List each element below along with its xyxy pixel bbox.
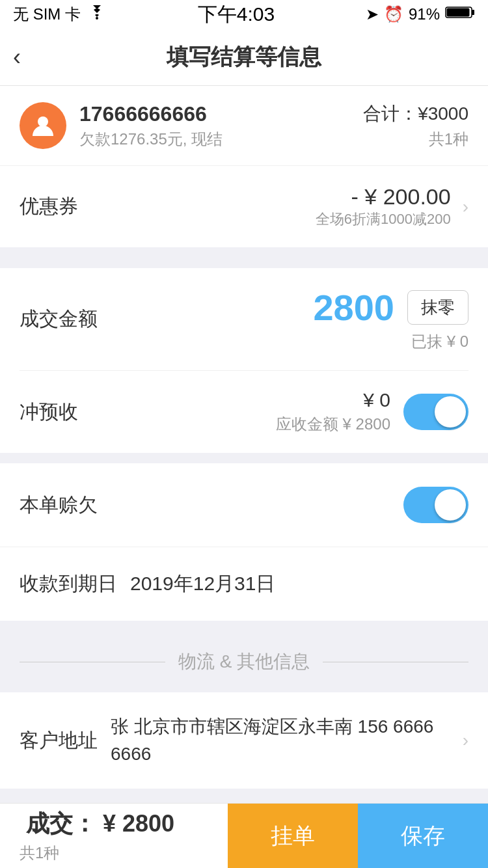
sep-line-right: [323, 662, 468, 662]
prepay-label: 冲预收: [20, 399, 78, 426]
footer-count: 共1种: [20, 843, 208, 863]
address-chevron: ›: [463, 730, 468, 751]
customer-section: 17666666666 欠款1276.35元, 现结 合计：¥3000 共1种 …: [0, 86, 488, 247]
customer-debt: 欠款1276.35元, 现结: [79, 129, 223, 150]
status-right: ➤ ⏰ 91%: [366, 5, 475, 23]
svg-rect-2: [472, 10, 474, 15]
svg-point-0: [96, 17, 98, 20]
location-icon: ➤: [366, 5, 379, 23]
deal-row: 成交金额 2800 抹零 已抹 ¥ 0: [20, 268, 468, 371]
svg-rect-3: [446, 8, 469, 17]
coupon-chevron: ›: [463, 197, 468, 217]
footer: 成交：¥ 2800 共1种 挂单 保存: [0, 803, 488, 868]
status-left: 无 SIM 卡: [13, 4, 107, 25]
prepay-right: ¥ 0 应收金额 ¥ 2800: [276, 389, 468, 435]
divider-1: [0, 258, 488, 268]
coupon-row[interactable]: 优惠券 - ¥ 200.00 全场6折满1000减200 ›: [0, 165, 488, 247]
sim-signal: 无 SIM 卡: [13, 4, 81, 25]
prepay-row: 冲预收 ¥ 0 应收金额 ¥ 2800: [20, 371, 468, 453]
footer-info: 成交：¥ 2800 共1种: [0, 804, 228, 868]
total-count: 共1种: [363, 129, 468, 150]
prepay-sub: 应收金额 ¥ 2800: [276, 414, 390, 435]
coupon-label: 优惠券: [20, 193, 78, 220]
address-label: 客户地址: [20, 727, 98, 754]
credit-label: 本单赊欠: [20, 492, 98, 519]
duedate-row: 收款到期日 2019年12月31日: [20, 547, 468, 621]
prepay-amount: ¥ 0: [276, 389, 390, 411]
customer-phone: 17666666666: [79, 102, 223, 126]
deal-label: 成交金额: [20, 306, 98, 332]
footer-deal: 成交：¥ 2800: [20, 808, 208, 840]
alarm-icon: ⏰: [384, 5, 403, 23]
battery-icon: [445, 5, 475, 23]
address-value: 张 北京市市辖区海淀区永丰南 156 6666 6666: [111, 713, 457, 768]
duedate-label: 收款到期日: [20, 571, 117, 597]
customer-right: 合计：¥3000 共1种: [363, 102, 468, 150]
customer-row: 17666666666 欠款1276.35元, 现结 合计：¥3000 共1种: [0, 86, 488, 165]
total-amount: 合计：¥3000: [363, 102, 468, 126]
address-section: 客户地址 张 北京市市辖区海淀区永丰南 156 6666 6666 ›: [0, 692, 488, 789]
wifi-icon: [87, 5, 107, 23]
customer-left: 17666666666 欠款1276.35元, 现结: [20, 102, 223, 150]
footer-deal-label: 成交：: [26, 810, 96, 837]
duedate-section: 收款到期日 2019年12月31日: [0, 547, 488, 621]
battery-percent: 91%: [409, 5, 440, 23]
save-button[interactable]: 保存: [358, 804, 488, 868]
deal-amount-row: 2800 抹零: [313, 286, 468, 329]
deal-sub: 已抹 ¥ 0: [411, 331, 468, 352]
deal-amount: 2800: [313, 286, 394, 329]
sep-line-left: [20, 662, 165, 662]
credit-row: 本单赊欠: [20, 463, 468, 547]
prepay-value-block: ¥ 0 应收金额 ¥ 2800: [276, 389, 390, 435]
back-button[interactable]: ‹: [13, 44, 21, 71]
logistics-separator: 物流 & 其他信息: [0, 631, 488, 692]
credit-toggle[interactable]: [403, 487, 468, 523]
coupon-desc: 全场6折满1000减200: [316, 210, 451, 229]
status-time: 下午4:03: [198, 1, 275, 28]
page-title: 填写结算等信息: [167, 42, 321, 72]
credit-section: 本单赊欠: [0, 463, 488, 547]
coupon-right: - ¥ 200.00 全场6折满1000减200 ›: [316, 184, 468, 229]
round-button[interactable]: 抹零: [407, 290, 468, 325]
deal-section: 成交金额 2800 抹零 已抹 ¥ 0 冲预收 ¥ 0 应收金额 ¥ 2800: [0, 268, 488, 453]
divider-2: [0, 453, 488, 463]
deal-value-wrapper: 2800 抹零 已抹 ¥ 0: [313, 286, 468, 352]
divider-3: [0, 621, 488, 631]
status-bar: 无 SIM 卡 下午4:03 ➤ ⏰ 91%: [0, 0, 488, 29]
customer-info: 17666666666 欠款1276.35元, 现结: [79, 102, 223, 150]
avatar: [20, 102, 66, 149]
duedate-value: 2019年12月31日: [130, 571, 275, 597]
prepay-toggle[interactable]: [403, 394, 468, 430]
nav-bar: ‹ 填写结算等信息: [0, 29, 488, 86]
svg-point-4: [38, 116, 48, 127]
logistics-label: 物流 & 其他信息: [178, 649, 310, 674]
coupon-amount: - ¥ 200.00: [316, 184, 451, 210]
footer-deal-amount: ¥ 2800: [103, 810, 174, 837]
pending-button[interactable]: 挂单: [228, 804, 358, 868]
address-row[interactable]: 客户地址 张 北京市市辖区海淀区永丰南 156 6666 6666 ›: [20, 692, 468, 789]
